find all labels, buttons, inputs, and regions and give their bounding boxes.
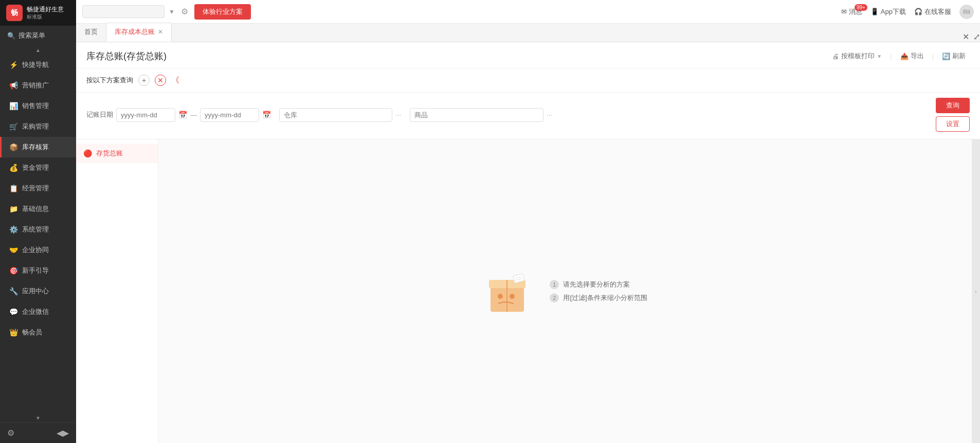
expand-panel-button[interactable]: ⤢ (973, 32, 980, 42)
sidebar-item-basic[interactable]: 📁 基础信息 (0, 199, 76, 219)
calendar-start-icon[interactable]: 📅 (178, 111, 187, 119)
sidebar-item-finance[interactable]: 💰 资金管理 (0, 157, 76, 178)
page-title: 库存总账(存货总账) (86, 50, 167, 62)
online-service-button[interactable]: 🎧 在线客服 (914, 7, 951, 16)
industry-solution-button[interactable]: 体验行业方案 (194, 4, 251, 20)
date-start-input[interactable] (116, 108, 175, 122)
system-icon: ⚙️ (9, 225, 18, 234)
warehouse-more-icon[interactable]: ··· (395, 111, 402, 119)
sidebar-nav: ⚡ 快捷导航 📢 营销推广 📊 销售管理 🛒 采购管理 📦 库存核算 💰 资金管… (0, 55, 76, 413)
sidebar-item-newbie[interactable]: 🎯 新手引导 (0, 260, 76, 281)
sales-icon: 📊 (9, 102, 18, 110)
settings-gear-icon[interactable]: ⚙ (179, 5, 190, 19)
warehouse-input[interactable] (279, 108, 392, 122)
app-center-icon: 🔧 (9, 287, 18, 295)
sidebar-item-wechat[interactable]: 💬 企业微信 (0, 302, 76, 322)
filter-label: 按以下方案查询 (86, 76, 133, 85)
date-field-label: 记账日期 (86, 110, 113, 119)
enterprise-icon: 🤝 (9, 246, 18, 254)
top-bar-left: ▼ ⚙ 体验行业方案 (82, 4, 837, 20)
scheme-item-inventory-general[interactable]: 🔴 存货总账 (76, 144, 158, 163)
step-2-num: 2 (550, 293, 559, 303)
sidebar-item-enterprise[interactable]: 🤝 企业协同 (0, 240, 76, 260)
date-range-field: 记账日期 📅 — 📅 (86, 108, 271, 122)
export-button[interactable]: 📤 导出 (896, 49, 928, 63)
search-button[interactable]: 查询 (936, 98, 970, 113)
body-area: 🔴 存货总账 (76, 139, 980, 443)
step-1-num: 1 (550, 280, 559, 289)
logo-text: 畅捷通好生意 标准版 (27, 6, 64, 21)
empty-inner: 1 请先选择要分析的方案 2 用[过滤]条件来缩小分析范围 (483, 265, 647, 317)
content-area: 库存总账(存货总账) 🖨 按模板打印 ▼ | 📤 导出 | 🔄 刷新 (76, 42, 980, 443)
page-header: 库存总账(存货总账) 🖨 按模板打印 ▼ | 📤 导出 | 🔄 刷新 (76, 42, 980, 68)
empty-step-2: 2 用[过滤]条件来缩小分析范围 (550, 291, 647, 305)
chevron-right-icon: › (975, 289, 976, 294)
right-panel-toggle[interactable]: › (972, 139, 980, 443)
export-icon: 📤 (900, 52, 909, 60)
refresh-button[interactable]: 🔄 刷新 (938, 49, 970, 63)
tab-inventory-ledger[interactable]: 库存成本总账 ✕ (106, 23, 172, 42)
operations-icon: 📋 (9, 184, 18, 192)
breadcrumb-input[interactable] (82, 5, 165, 18)
message-button[interactable]: ✉ 消息 99+ (841, 7, 862, 16)
close-tab-icon[interactable]: ✕ (158, 28, 163, 36)
top-bar: ▼ ⚙ 体验行业方案 ✉ 消息 99+ 📱 App下载 🎧 在线客服 Rit (76, 0, 980, 24)
sidebar-item-marketing[interactable]: 📢 营销推广 (0, 75, 76, 96)
empty-step-1: 1 请先选择要分析的方案 (550, 278, 647, 291)
calendar-end-icon[interactable]: 📅 (262, 111, 271, 119)
empty-text: 1 请先选择要分析的方案 2 用[过滤]条件来缩小分析范围 (550, 278, 647, 305)
remove-filter-button[interactable]: ✕ (155, 75, 166, 86)
scroll-up-btn[interactable]: ▲ (0, 45, 76, 55)
empty-box-svg (483, 265, 534, 317)
newbie-icon: 🎯 (9, 267, 18, 275)
scheme-sidebar: 🔴 存货总账 (76, 139, 158, 443)
close-panel-button[interactable]: ✕ (963, 32, 969, 42)
search-menu-item[interactable]: 🔍 搜索菜单 (0, 26, 76, 45)
filter-bar: 按以下方案查询 + ✕ 《 (76, 68, 980, 93)
add-filter-button[interactable]: + (138, 75, 150, 86)
inventory-icon: 📦 (9, 143, 18, 151)
sidebar-item-quick-nav[interactable]: ⚡ 快捷导航 (0, 55, 76, 75)
chevron-down-icon[interactable]: ▼ (169, 8, 175, 15)
collapse-sidebar-btn[interactable]: ◀▶ (57, 428, 69, 438)
sidebar-item-operations[interactable]: 📋 经营管理 (0, 178, 76, 199)
svg-point-4 (510, 294, 515, 299)
tab-home[interactable]: 首页 (76, 23, 106, 42)
finance-icon: 💰 (9, 164, 18, 172)
print-template-button[interactable]: 🖨 按模板打印 ▼ (828, 49, 886, 63)
sidebar-item-app-center[interactable]: 🔧 应用中心 (0, 281, 76, 302)
sidebar-item-purchase[interactable]: 🛒 采购管理 (0, 116, 76, 137)
logo-icon: 畅 (6, 5, 23, 21)
panel-controls: ✕ ⤢ (963, 32, 980, 42)
scroll-down-btn[interactable]: ▼ (0, 413, 76, 422)
goods-more-icon[interactable]: ··· (547, 111, 553, 119)
refresh-icon: 🔄 (942, 52, 950, 60)
divider: | (890, 52, 892, 60)
empty-illustration (483, 265, 534, 317)
sidebar-item-inventory[interactable]: 📦 库存核算 (0, 137, 76, 157)
filter-action-buttons: 查询 设置 (936, 98, 970, 132)
date-dash: — (190, 111, 197, 119)
sidebar-logo: 畅 畅捷通好生意 标准版 (0, 0, 76, 26)
print-icon: 🖨 (832, 52, 839, 60)
date-end-input[interactable] (200, 108, 259, 122)
main-area: ▼ ⚙ 体验行业方案 ✉ 消息 99+ 📱 App下载 🎧 在线客服 Rit (76, 0, 980, 443)
goods-input[interactable] (410, 108, 543, 122)
page-actions: 🖨 按模板打印 ▼ | 📤 导出 | 🔄 刷新 (828, 49, 970, 63)
headset-icon: 🎧 (914, 8, 922, 15)
tab-bar: 首页 库存成本总账 ✕ ✕ ⤢ (76, 24, 980, 42)
settings-footer-icon[interactable]: ⚙ (7, 428, 14, 438)
member-icon: 👑 (9, 328, 18, 336)
app-download-button[interactable]: 📱 App下载 (870, 7, 906, 16)
settings-button[interactable]: 设置 (936, 116, 970, 132)
basic-icon: 📁 (9, 205, 18, 213)
phone-icon: 📱 (870, 8, 879, 15)
filter-row: 记账日期 📅 — 📅 ··· ··· 查询 设置 (76, 93, 980, 139)
sidebar: 畅 畅捷通好生意 标准版 🔍 搜索菜单 ▲ ⚡ 快捷导航 📢 营销推广 📊 销售… (0, 0, 76, 443)
avatar[interactable]: Rit (959, 5, 974, 19)
collapse-filter-icon[interactable]: 《 (171, 75, 179, 86)
warehouse-field: ··· (279, 108, 402, 122)
sidebar-item-sales[interactable]: 📊 销售管理 (0, 96, 76, 116)
sidebar-item-system[interactable]: ⚙️ 系统管理 (0, 219, 76, 240)
sidebar-item-member[interactable]: 👑 畅会员 (0, 322, 76, 343)
